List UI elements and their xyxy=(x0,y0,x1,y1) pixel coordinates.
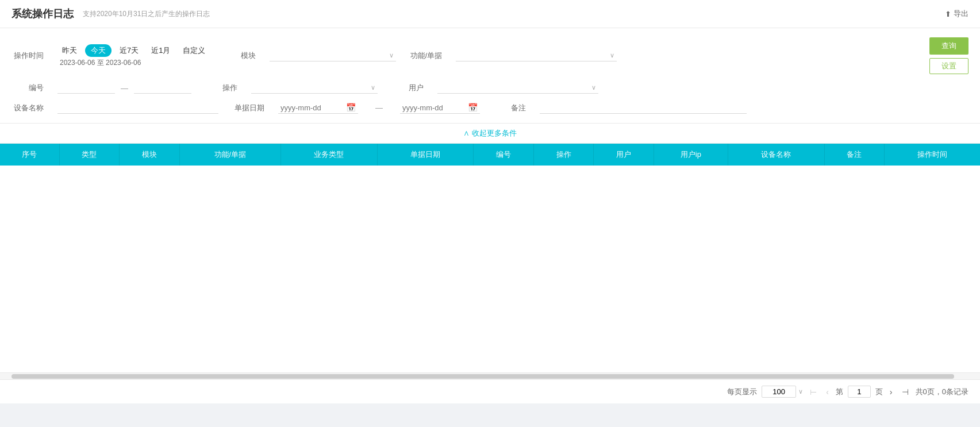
date-start-input[interactable] xyxy=(280,103,344,112)
function-label: 功能/单据 xyxy=(410,51,442,61)
time-btn-custom[interactable]: 自定义 xyxy=(178,44,210,57)
page-subtitle: 支持2020年10月31日之后产生的操作日志 xyxy=(83,9,210,19)
page-title: 系统操作日志 xyxy=(11,7,74,21)
empty-area xyxy=(0,166,980,372)
page-size-input[interactable] xyxy=(762,386,796,398)
time-buttons: 昨天 今天 近7天 近1月 自定义 xyxy=(57,44,210,57)
scrollbar-area[interactable] xyxy=(0,372,980,379)
col-module: 模块 xyxy=(120,144,179,166)
time-btn-today[interactable]: 今天 xyxy=(85,44,112,57)
collapse-icon: ∧ xyxy=(463,129,470,137)
page-size-chevron-icon: ∨ xyxy=(798,388,803,395)
last-page-button[interactable]: ⊣ xyxy=(900,386,911,398)
col-type: 类型 xyxy=(59,144,119,166)
col-function: 功能/单据 xyxy=(179,144,280,166)
query-button[interactable]: 查询 xyxy=(929,37,969,55)
table-header-row: 序号 类型 模块 功能/单据 业务类型 单据日期 编号 操作 用户 用户ip 设… xyxy=(0,144,980,166)
number-range: — xyxy=(57,82,191,94)
export-icon: ⬆ xyxy=(945,10,951,18)
page-size-select: ∨ xyxy=(762,386,803,398)
user-input[interactable] xyxy=(440,83,591,92)
calendar-start-icon[interactable]: 📅 xyxy=(346,103,356,112)
table-container: 序号 类型 模块 功能/单据 业务类型 单据日期 编号 操作 用户 用户ip 设… xyxy=(0,144,980,372)
date-end-wrapper: 📅 xyxy=(400,102,480,114)
time-btn-1month[interactable]: 近1月 xyxy=(147,44,175,57)
col-biz-type: 业务类型 xyxy=(281,144,378,166)
col-user: 用户 xyxy=(594,144,654,166)
time-label: 操作时间 xyxy=(11,51,44,61)
data-table: 序号 类型 模块 功能/单据 业务类型 单据日期 编号 操作 用户 用户ip 设… xyxy=(0,144,980,166)
date-separator: — xyxy=(375,103,383,112)
module-label: 模块 xyxy=(224,51,256,61)
module-chevron-icon: ∨ xyxy=(389,52,394,59)
time-area: 昨天 今天 近7天 近1月 自定义 2023-06-06 至 2023-06-0… xyxy=(57,44,210,68)
pagination-bar: 每页显示 ∨ ⊢ ‹ 第 页 › ⊣ 共0页，0条记录 xyxy=(0,379,980,403)
function-select[interactable]: ∨ xyxy=(456,50,617,61)
device-label: 设备名称 xyxy=(11,103,44,113)
note-label: 备注 xyxy=(494,103,526,113)
module-input[interactable] xyxy=(272,51,389,60)
operation-select[interactable]: ∨ xyxy=(251,82,378,94)
number-label: 编号 xyxy=(11,83,44,93)
table-head: 序号 类型 模块 功能/单据 业务类型 单据日期 编号 操作 用户 用户ip 设… xyxy=(0,144,980,166)
operation-input[interactable] xyxy=(253,83,371,92)
page-number-input[interactable] xyxy=(848,386,871,398)
date-start-wrapper: 📅 xyxy=(278,102,358,114)
settings-button[interactable]: 设置 xyxy=(929,58,969,74)
page-unit: 页 xyxy=(875,387,883,397)
action-buttons: 查询 设置 xyxy=(929,37,969,74)
col-operation: 操作 xyxy=(533,144,593,166)
calendar-end-icon[interactable]: 📅 xyxy=(468,103,478,112)
time-range-display: 2023-06-06 至 2023-06-06 xyxy=(60,58,210,68)
device-input[interactable] xyxy=(57,102,218,114)
collapse-bar[interactable]: ∧ 收起更多条件 xyxy=(0,124,980,144)
user-chevron-icon: ∨ xyxy=(591,84,596,91)
number-end-input[interactable] xyxy=(134,82,191,94)
col-index: 序号 xyxy=(0,144,59,166)
note-input[interactable] xyxy=(540,102,747,114)
date-end-input[interactable] xyxy=(402,103,466,112)
collapse-label: 收起更多条件 xyxy=(472,129,517,137)
filter-row-1: 操作时间 昨天 今天 近7天 近1月 自定义 2023-06-06 至 2023… xyxy=(11,37,969,74)
operation-chevron-icon: ∨ xyxy=(371,84,375,91)
user-label: 用户 xyxy=(391,83,424,93)
col-voucher-date: 单据日期 xyxy=(377,144,474,166)
time-btn-7days[interactable]: 近7天 xyxy=(115,44,143,57)
number-separator: — xyxy=(121,84,128,93)
export-button[interactable]: ⬆ 导出 xyxy=(945,9,969,19)
first-page-button[interactable]: ⊢ xyxy=(808,386,819,398)
col-device: 设备名称 xyxy=(728,144,824,166)
voucher-date-label: 单据日期 xyxy=(232,103,264,113)
user-select[interactable]: ∨ xyxy=(437,82,598,94)
function-chevron-icon: ∨ xyxy=(610,52,614,59)
filter-section: 操作时间 昨天 今天 近7天 近1月 自定义 2023-06-06 至 2023… xyxy=(0,28,980,124)
function-input[interactable] xyxy=(458,51,610,60)
total-info: 共0页，0条记录 xyxy=(916,387,969,397)
page-size-label: 每页显示 xyxy=(727,387,757,397)
next-page-button[interactable]: › xyxy=(887,386,895,398)
module-select[interactable]: ∨ xyxy=(270,50,396,61)
col-number: 编号 xyxy=(474,144,533,166)
page-label: 第 xyxy=(836,387,843,397)
col-user-ip: 用户ip xyxy=(654,144,728,166)
filter-row-2: 编号 — 操作 ∨ 用户 ∨ xyxy=(11,82,969,94)
number-start-input[interactable] xyxy=(57,82,115,94)
col-op-time: 操作时间 xyxy=(884,144,980,166)
page-header: 系统操作日志 支持2020年10月31日之后产生的操作日志 ⬆ 导出 xyxy=(0,0,980,28)
time-btn-yesterday[interactable]: 昨天 xyxy=(57,44,82,57)
filter-row-3: 设备名称 单据日期 📅 — 📅 备注 xyxy=(11,102,969,114)
prev-page-button[interactable]: ‹ xyxy=(824,386,831,398)
operation-label: 操作 xyxy=(205,83,237,93)
scrollbar-thumb[interactable] xyxy=(11,374,954,379)
col-note: 备注 xyxy=(824,144,884,166)
